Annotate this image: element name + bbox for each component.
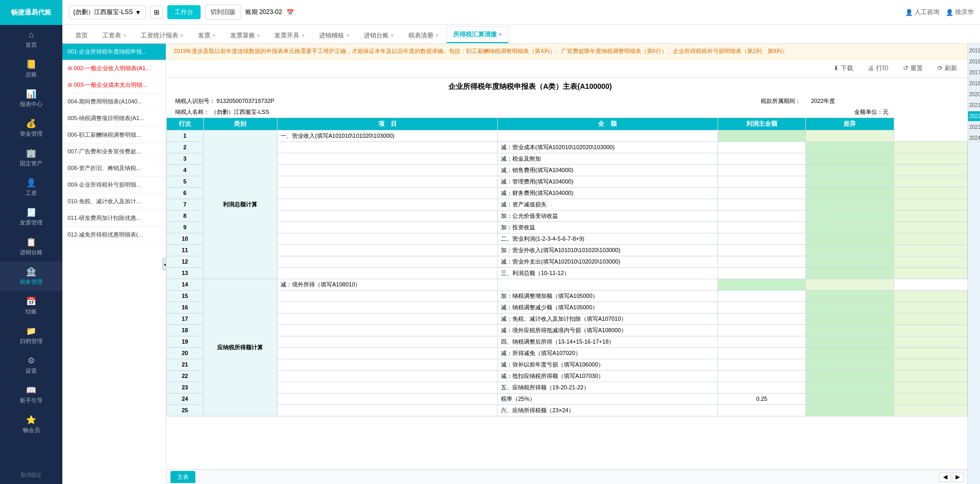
row-amount[interactable] bbox=[718, 233, 805, 244]
left-item-002[interactable]: ⊘ 002-一般企业收入明细表(A1... bbox=[62, 60, 166, 77]
row-diff[interactable] bbox=[894, 164, 967, 176]
row-profit[interactable] bbox=[806, 153, 894, 164]
left-item-009[interactable]: 009-企业所得税补亏损明细... bbox=[62, 177, 166, 193]
row-diff[interactable] bbox=[894, 210, 967, 221]
row-amount[interactable] bbox=[718, 336, 805, 347]
row-profit[interactable] bbox=[718, 279, 805, 290]
human-service-btn[interactable]: 👤 人工咨询 bbox=[905, 8, 939, 17]
row-diff[interactable] bbox=[894, 370, 967, 382]
row-amount[interactable] bbox=[718, 347, 805, 359]
tab-audit[interactable]: 进销稽核 × bbox=[312, 28, 356, 43]
row-profit[interactable] bbox=[806, 221, 894, 233]
row-profit[interactable] bbox=[718, 130, 805, 141]
nav-prev-btn[interactable]: ◀ bbox=[939, 472, 951, 482]
row-diff[interactable] bbox=[894, 221, 967, 233]
tab-payroll[interactable]: 工资表 × bbox=[96, 28, 133, 43]
row-diff[interactable] bbox=[894, 256, 967, 267]
tab-tax-list-close[interactable]: × bbox=[435, 33, 439, 38]
tab-invoice-close[interactable]: × bbox=[213, 33, 216, 38]
sidebar-item-assets[interactable]: 🏢 固定资产 bbox=[0, 143, 62, 173]
row-diff[interactable] bbox=[894, 347, 967, 359]
row-diff[interactable] bbox=[894, 141, 967, 153]
row-diff[interactable] bbox=[806, 130, 894, 141]
refresh-button[interactable]: ⟳ 刷新 bbox=[933, 62, 961, 74]
left-item-004[interactable]: 004-期间费用明细表(A1040... bbox=[62, 94, 166, 110]
row-amount[interactable] bbox=[718, 324, 805, 336]
year-2021[interactable]: 2021 bbox=[968, 100, 980, 110]
sidebar-item-settings[interactable]: ⚙ 设置 bbox=[0, 350, 62, 380]
left-item-003[interactable]: ⊘ 003-一般企业成本支出明细... bbox=[62, 77, 166, 94]
row-amount[interactable] bbox=[498, 130, 718, 141]
row-profit[interactable] bbox=[806, 244, 894, 256]
row-diff[interactable] bbox=[894, 302, 967, 313]
year-2016[interactable]: 2016 bbox=[968, 57, 980, 67]
row-profit[interactable] bbox=[806, 302, 894, 313]
workspace-button[interactable]: 工作台 bbox=[167, 5, 201, 19]
year-2019[interactable]: 2019 bbox=[968, 46, 980, 56]
tab-audit-close[interactable]: × bbox=[346, 33, 349, 38]
row-profit[interactable] bbox=[806, 141, 894, 153]
panel-collapse-btn[interactable]: ◀ bbox=[162, 257, 166, 270]
tab-home[interactable]: 首页 bbox=[69, 28, 95, 43]
row-amount[interactable] bbox=[718, 382, 805, 393]
nav-next-btn[interactable]: ▶ bbox=[952, 472, 963, 482]
tab-invoice-issue-close[interactable]: × bbox=[301, 33, 304, 38]
sidebar-item-invoice[interactable]: 🧾 发票管理 bbox=[0, 202, 62, 232]
left-item-007[interactable]: 007-广告费和业务宣传费超... bbox=[62, 143, 166, 160]
row-amount[interactable] bbox=[718, 187, 805, 199]
sidebar-item-member[interactable]: ⭐ 畅会员 bbox=[0, 410, 62, 439]
row-amount[interactable] bbox=[718, 404, 805, 416]
row-diff[interactable] bbox=[894, 176, 967, 187]
row-amount[interactable] bbox=[718, 153, 805, 164]
row-amount[interactable] bbox=[718, 267, 805, 279]
row-amount[interactable] bbox=[718, 244, 805, 256]
row-profit[interactable] bbox=[806, 347, 894, 359]
tab-invoice-issue[interactable]: 发票开具 × bbox=[268, 28, 311, 43]
row-profit[interactable] bbox=[806, 187, 894, 199]
row-amount[interactable] bbox=[718, 302, 805, 313]
left-item-011[interactable]: 011-研发费用加计扣除优惠... bbox=[62, 210, 166, 227]
year-2018[interactable]: 2018 bbox=[968, 79, 980, 88]
sidebar-item-archive[interactable]: 📁 归档管理 bbox=[0, 321, 62, 350]
row-diff[interactable] bbox=[894, 382, 967, 393]
row-amount[interactable] bbox=[718, 290, 805, 302]
row-amount[interactable] bbox=[718, 359, 805, 370]
row-diff[interactable] bbox=[894, 187, 967, 199]
row-profit[interactable] bbox=[806, 164, 894, 176]
sidebar-item-guide[interactable]: 📖 新手引导 bbox=[0, 380, 62, 410]
tab-payroll-close[interactable]: × bbox=[123, 33, 126, 38]
copy-icon-btn[interactable]: ⊞ bbox=[150, 6, 163, 19]
row-profit[interactable] bbox=[806, 404, 894, 416]
row-amount[interactable] bbox=[498, 279, 718, 290]
sidebar-unpin[interactable]: 取消固定 bbox=[0, 466, 62, 484]
row-profit[interactable] bbox=[806, 324, 894, 336]
row-profit[interactable] bbox=[806, 233, 894, 244]
row-diff[interactable] bbox=[894, 336, 967, 347]
row-diff[interactable] bbox=[806, 279, 894, 290]
year-2022[interactable]: 2022 bbox=[968, 111, 980, 121]
row-amount[interactable] bbox=[718, 210, 805, 221]
tab-invoice-calc[interactable]: 发票算账 × bbox=[223, 28, 267, 43]
left-item-001[interactable]: 001-企业所得税年度纳税申报... bbox=[62, 44, 166, 60]
row-profit[interactable] bbox=[806, 359, 894, 370]
year-2020[interactable]: 2020 bbox=[968, 89, 980, 99]
tab-invoice-calc-close[interactable]: × bbox=[257, 33, 260, 38]
tab-ps-ledger-close[interactable]: × bbox=[391, 33, 394, 38]
row-profit[interactable] bbox=[806, 382, 894, 393]
row-profit[interactable] bbox=[806, 199, 894, 210]
old-version-button[interactable]: 切到旧版 bbox=[205, 5, 241, 20]
left-item-005[interactable]: 005-纳税调整项目明细表(A1... bbox=[62, 110, 166, 127]
sidebar-item-home[interactable]: ⌂ 首页 bbox=[0, 25, 62, 54]
user-profile-btn[interactable]: 👤 徐滨华 bbox=[946, 8, 974, 17]
row-profit[interactable] bbox=[806, 313, 894, 324]
print-button[interactable]: 🖨 打印 bbox=[864, 62, 893, 74]
year-2017[interactable]: 2017 bbox=[968, 68, 980, 77]
tab-income-tax[interactable]: 所得税汇算清缴 × bbox=[446, 27, 509, 43]
sidebar-item-reports[interactable]: 📊 报表中心 bbox=[0, 84, 62, 113]
row-diff[interactable] bbox=[894, 393, 967, 404]
tab-payroll-stats[interactable]: 工资统计报表 × bbox=[134, 28, 190, 43]
sidebar-item-payroll[interactable]: 👤 工资 bbox=[0, 173, 62, 202]
left-item-006[interactable]: 006-职工薪酬纳税调整明细... bbox=[62, 127, 166, 143]
row-amount[interactable] bbox=[718, 164, 805, 176]
row-profit[interactable] bbox=[806, 336, 894, 347]
